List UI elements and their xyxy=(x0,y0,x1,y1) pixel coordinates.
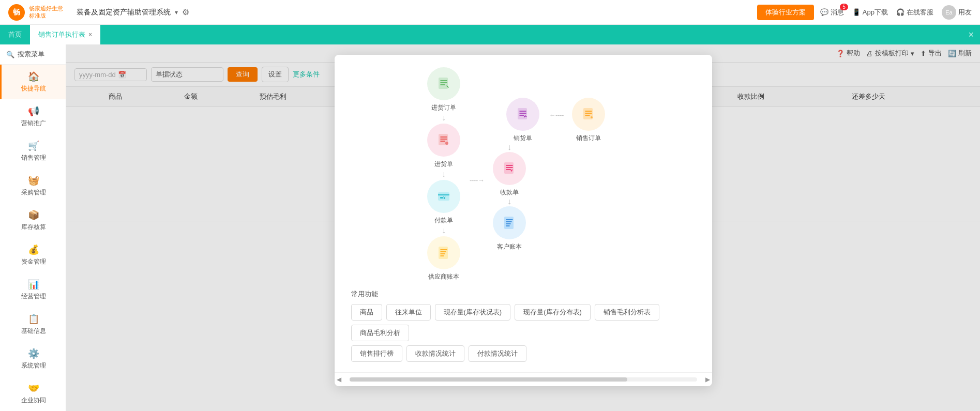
purchase-order-label: 进货订单 xyxy=(431,103,456,112)
flow-node-receipt[interactable]: ¥ 收款单 xyxy=(484,152,535,197)
svg-point-9 xyxy=(591,116,593,118)
common-functions-title: 常用功能 xyxy=(351,290,696,299)
func-btn-goods[interactable]: 商品 xyxy=(351,304,382,321)
sidebar: 🔍 搜索菜单 🏠 快捷导航 📢 营销推广 🛒 销售管理 🧺 采购管理 📦 库存核… xyxy=(0,44,66,411)
system-icon: ⚙️ xyxy=(28,348,39,359)
logo-text: 畅康通好生意标准版 xyxy=(29,5,63,19)
app-download-button[interactable]: 📱 App下载 xyxy=(852,8,888,17)
tab-bar: 首页 销售订单执行表 × × xyxy=(0,25,980,44)
sales-order-label: 销售订单 xyxy=(576,134,601,143)
flow-node-purchase-bill[interactable]: 进货单 xyxy=(418,124,470,169)
arrow-down-receipt: ↓ xyxy=(484,197,628,206)
scroll-right-arrow[interactable]: ▶ xyxy=(703,376,712,383)
sidebar-item-label: 系统管理 xyxy=(21,361,46,370)
app-icon: 📱 xyxy=(852,8,861,16)
spacer xyxy=(535,143,577,152)
sidebar-item-marketing[interactable]: 📢 营销推广 xyxy=(0,99,66,134)
func-btn-sales-rank[interactable]: 销售排行榜 xyxy=(351,345,402,362)
sidebar-search[interactable]: 🔍 搜索菜单 xyxy=(0,44,66,65)
logo-area: 畅 畅康通好生意标准版 xyxy=(8,4,70,21)
tab-bar-close-button[interactable]: × xyxy=(968,29,974,40)
sales-bill-label: 销货单 xyxy=(514,134,532,143)
sidebar-item-inventory[interactable]: 📦 库存核算 xyxy=(0,203,66,238)
func-btn-sales-margin[interactable]: 销售毛利分析表 xyxy=(595,304,659,321)
system-name: 装备及固定资产辅助管理系统 xyxy=(77,8,171,17)
sidebar-item-finance[interactable]: 💰 资金管理 xyxy=(0,238,66,272)
tab-home[interactable]: 首页 xyxy=(0,25,30,44)
sidebar-item-label: 基础信息 xyxy=(21,327,46,336)
enterprise-icon: 🤝 xyxy=(28,383,39,394)
scroll-track[interactable] xyxy=(350,377,697,382)
header-right: 💬 消息 5 📱 App下载 🎧 在线客服 Ea 用友 xyxy=(820,5,972,20)
func-btn-stock-dist[interactable]: 现存量(库存分布表) xyxy=(515,304,591,321)
inventory-icon: 📦 xyxy=(28,209,39,221)
arrow-down-1: ↓ xyxy=(442,113,446,123)
payment-icon: ¥ xyxy=(427,180,460,213)
receipt-label: 收款单 xyxy=(500,188,519,197)
flow-node-sales-order[interactable]: 销售订单 xyxy=(563,98,614,143)
func-btn-goods-margin[interactable]: 商品毛利分析 xyxy=(351,325,409,341)
modal-body: 进货订单 ↓ xyxy=(335,55,712,372)
online-service-button[interactable]: 🎧 在线客服 xyxy=(896,8,933,17)
right-flow-col: 销货单 ← - - - - xyxy=(484,98,628,251)
flow-node-sales-bill[interactable]: 销货单 xyxy=(497,98,549,143)
sidebar-item-label: 库存核算 xyxy=(21,223,46,232)
sidebar-item-sales[interactable]: 🛒 销售管理 xyxy=(0,134,66,169)
func-btn-partners[interactable]: 往来单位 xyxy=(386,304,431,321)
sidebar-item-system[interactable]: ⚙️ 系统管理 xyxy=(0,342,66,376)
flow-node-customer-ledger[interactable]: 客户账本 xyxy=(484,206,535,251)
message-button[interactable]: 💬 消息 5 xyxy=(820,8,844,17)
common-functions: 常用功能 商品 往来单位 现存量(库存状况表) 现存量(库存分布表) 销售毛利分… xyxy=(351,290,696,362)
tab-sales-order[interactable]: 销售订单执行表 × xyxy=(30,25,100,44)
top-header: 畅 畅康通好生意标准版 装备及固定资产辅助管理系统 ▾ ⚙ 体验行业方案 💬 消… xyxy=(0,0,980,25)
settings-icon[interactable]: ⚙ xyxy=(182,7,189,17)
no-arrow xyxy=(577,143,628,152)
h-arrow-2: ← - - - - xyxy=(549,111,563,129)
service-label: 在线客服 xyxy=(907,8,933,17)
left-flow-col: 进货订单 ↓ xyxy=(418,67,470,281)
user-menu-button[interactable]: Ea 用友 xyxy=(942,5,972,20)
main-layout: 🔍 搜索菜单 🏠 快捷导航 📢 营销推广 🛒 销售管理 🧺 采购管理 📦 库存核… xyxy=(0,44,980,411)
flow-node-supplier-ledger[interactable]: 供应商账本 xyxy=(418,236,470,281)
sidebar-item-operations[interactable]: 📊 经营管理 xyxy=(0,272,66,307)
sales-bill-icon xyxy=(506,98,539,131)
svg-rect-6 xyxy=(439,247,448,259)
func-btn-stock-status[interactable]: 现存量(库存状况表) xyxy=(435,304,511,321)
sidebar-item-label: 资金管理 xyxy=(21,257,46,266)
sidebar-item-basic-info[interactable]: 📋 基础信息 xyxy=(0,307,66,342)
sidebar-item-purchase[interactable]: 🧺 采购管理 xyxy=(0,169,66,203)
operations-icon: 📊 xyxy=(28,279,39,290)
sidebar-item-enterprise[interactable]: 🤝 企业协同 xyxy=(0,376,66,411)
sidebar-item-quick-nav[interactable]: 🏠 快捷导航 xyxy=(0,65,66,99)
trial-button[interactable]: 体验行业方案 xyxy=(757,5,814,20)
message-icon: 💬 xyxy=(820,8,828,16)
message-badge: 5 xyxy=(840,4,848,10)
receipt-row: ¥ 收款单 xyxy=(484,152,628,197)
finance-icon: 💰 xyxy=(28,244,39,255)
func-btn-payment-stats[interactable]: 付款情况统计 xyxy=(469,345,526,362)
flow-node-payment[interactable]: ¥ 付款单 xyxy=(418,180,470,225)
quick-nav-modal: 进货订单 ↓ xyxy=(335,55,712,386)
service-icon: 🎧 xyxy=(896,8,904,16)
customer-ledger-row: 客户账本 xyxy=(484,206,628,251)
system-title: 装备及固定资产辅助管理系统 ▾ ⚙ xyxy=(77,7,751,17)
customer-ledger-icon xyxy=(493,206,526,239)
app-label: App下载 xyxy=(863,8,888,17)
func-btns-row2: 销售排行榜 收款情况统计 付款情况统计 xyxy=(351,345,696,362)
modal-overlay: 进货订单 ↓ xyxy=(66,44,980,411)
purchase-bill-icon xyxy=(427,124,460,157)
svg-point-2 xyxy=(445,142,448,145)
purchase-order-icon xyxy=(427,67,460,100)
customer-ledger-label: 客户账本 xyxy=(497,242,522,251)
scroll-left-arrow[interactable]: ◀ xyxy=(335,376,343,383)
tab-close-button[interactable]: × xyxy=(88,31,92,38)
flow-node-purchase-order[interactable]: 进货订单 xyxy=(418,67,470,112)
scroll-thumb xyxy=(350,377,628,382)
system-dropdown-icon[interactable]: ▾ xyxy=(175,9,178,16)
svg-text:¥: ¥ xyxy=(443,195,446,200)
arrow-down-3: ↓ xyxy=(442,226,446,235)
quick-nav-icon: 🏠 xyxy=(28,71,39,82)
arrow-receipt-down: ↓ xyxy=(484,197,535,206)
func-btn-receipt-stats[interactable]: 收款情况统计 xyxy=(406,345,464,362)
svg-rect-7 xyxy=(518,108,527,119)
